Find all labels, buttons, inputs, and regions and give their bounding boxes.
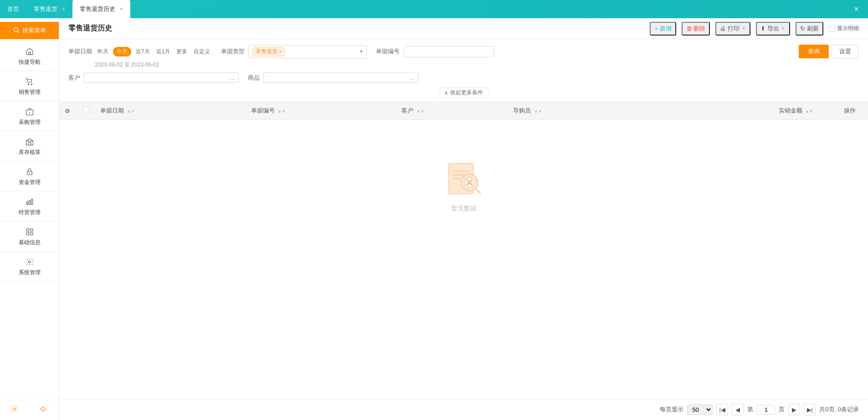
type-tag-close[interactable]: × xyxy=(279,49,282,54)
per-page-select[interactable]: 50 10 20 100 xyxy=(687,405,713,415)
settings-icon xyxy=(25,257,35,267)
svg-rect-7 xyxy=(26,141,33,145)
select-all-checkbox[interactable] xyxy=(83,107,89,113)
cart-icon xyxy=(25,77,35,87)
svg-point-4 xyxy=(31,84,32,85)
delete-button[interactable]: 🗑 删除 xyxy=(682,22,710,36)
tab-retail-return-history[interactable]: 零售退货历史 × xyxy=(72,0,130,18)
filter-settings-button[interactable]: 设置 xyxy=(832,45,859,58)
empty-state-text: 暂无数据 xyxy=(451,205,477,213)
main-layout: 搜索菜单 快捷导航 销售管理 采购管理 库存核算 xyxy=(0,18,868,420)
svg-rect-15 xyxy=(30,229,32,231)
sidebar-settings-button[interactable] xyxy=(10,405,19,415)
shortcut-1month[interactable]: 近1月 xyxy=(154,47,172,56)
print-button[interactable]: 🖨 打印 ▼ xyxy=(715,22,750,36)
refresh-button[interactable]: ↻ 刷新 xyxy=(796,22,823,36)
page-number-input[interactable] xyxy=(757,405,775,415)
data-table: ⚙ 单据日期 ▲▼ 单据编号 ▲▼ xyxy=(59,102,868,120)
type-select[interactable]: 零售退货 × ▾ xyxy=(248,45,367,58)
col-date-sort-icon[interactable]: ▲▼ xyxy=(127,109,135,113)
collapse-button[interactable]: ∧ 收起更多条件 xyxy=(438,87,489,98)
svg-line-28 xyxy=(476,190,480,193)
sidebar-label-purchase-mgmt: 采购管理 xyxy=(19,118,41,126)
shortcut-7days[interactable]: 近7天 xyxy=(134,47,152,56)
print-icon: 🖨 xyxy=(720,25,726,32)
goods-filter-label: 商品 xyxy=(248,74,260,82)
col-date: 单据日期 ▲▼ xyxy=(95,102,246,120)
shortcut-today[interactable]: 今天 xyxy=(113,47,131,56)
sidebar-item-inventory[interactable]: 库存核算 xyxy=(0,131,59,161)
export-button[interactable]: ⬆ 导出 ▼ xyxy=(756,22,790,36)
date-filter-label: 单据日期 xyxy=(68,47,92,56)
svg-rect-11 xyxy=(26,202,28,205)
window-close-button[interactable]: × xyxy=(850,3,863,16)
last-page-button[interactable]: ▶| xyxy=(804,404,816,415)
type-tag-label: 零售退货 xyxy=(256,48,277,56)
svg-rect-14 xyxy=(26,229,29,231)
sidebar-item-purchase-mgmt[interactable]: 采购管理 xyxy=(0,101,59,131)
number-filter-input[interactable] xyxy=(403,46,494,57)
tab-bar: 首页 零售退货 × 零售退货历史 × xyxy=(0,0,850,18)
box-icon xyxy=(25,107,35,117)
query-actions: 查询 设置 xyxy=(799,45,859,58)
col-amount-sort-icon[interactable]: ▲▼ xyxy=(805,109,813,113)
sidebar-audio-button[interactable] xyxy=(40,405,48,415)
warehouse-icon xyxy=(25,137,35,147)
collapse-label: 收起更多条件 xyxy=(450,89,483,97)
sidebar-label-operations: 经营管理 xyxy=(19,209,41,216)
empty-state: 暂无数据 xyxy=(59,120,868,249)
query-button[interactable]: 查询 xyxy=(799,45,829,58)
col-number-sort-icon[interactable]: ▲▼ xyxy=(277,109,286,113)
type-tag: 零售退货 × xyxy=(252,47,285,56)
svg-rect-17 xyxy=(30,233,32,235)
grid-icon xyxy=(25,227,35,237)
goods-ellipsis-icon[interactable]: ... xyxy=(409,74,414,81)
new-button[interactable]: + 新增 xyxy=(650,22,676,36)
col-guide: 导购员 ▲▼ xyxy=(508,102,639,120)
col-guide-sort-icon[interactable]: ▲▼ xyxy=(534,109,542,113)
sidebar-item-sales-mgmt[interactable]: 销售管理 xyxy=(0,71,59,101)
tab-home[interactable]: 首页 xyxy=(0,0,26,18)
total-label: 共0页, 0条记录 xyxy=(819,405,859,414)
type-filter-label: 单据类型 xyxy=(221,47,245,56)
export-chevron-icon: ▼ xyxy=(781,26,786,31)
sidebar-item-basic-info[interactable]: 基础信息 xyxy=(0,221,59,251)
svg-rect-13 xyxy=(31,199,32,205)
refresh-icon: ↻ xyxy=(800,25,805,32)
next-page-button[interactable]: ▶ xyxy=(788,404,800,415)
sidebar-label-system-mgmt: 系统管理 xyxy=(19,269,41,277)
col-customer-sort-icon[interactable]: ▲▼ xyxy=(416,109,425,113)
filter-area: 单据日期 昨天 今天 近7天 近1月 更多 自定义 单据类型 xyxy=(59,39,868,102)
pagination-bar: 每页显示 50 10 20 100 |◀ ◀ 第 页 ▶ ▶| 共0页, 0条记… xyxy=(59,399,868,420)
tab-retail-return[interactable]: 零售退货 × xyxy=(26,0,72,18)
svg-rect-12 xyxy=(29,200,30,205)
col-settings-icon[interactable]: ⚙ xyxy=(65,108,70,114)
shortcut-more[interactable]: 更多 xyxy=(175,47,189,56)
table-area: ⚙ 单据日期 ▲▼ 单据编号 ▲▼ xyxy=(59,102,868,399)
customer-ellipsis-icon[interactable]: ... xyxy=(230,74,235,81)
tab-retail-return-history-close[interactable]: × xyxy=(120,6,123,12)
sidebar-item-system-mgmt[interactable]: 系统管理 xyxy=(0,251,59,282)
prev-page-button[interactable]: ◀ xyxy=(732,404,744,415)
svg-rect-16 xyxy=(26,233,29,235)
first-page-button[interactable]: |◀ xyxy=(716,404,728,415)
sidebar-search[interactable]: 搜索菜单 xyxy=(0,22,59,39)
date-shortcuts: 昨天 今天 近7天 近1月 更多 自定义 xyxy=(96,47,212,56)
sidebar-search-label: 搜索菜单 xyxy=(22,26,46,35)
shortcut-custom[interactable]: 自定义 xyxy=(192,47,212,56)
sidebar-item-operations[interactable]: 经营管理 xyxy=(0,191,59,221)
show-detail-checkbox[interactable] xyxy=(829,26,835,32)
number-filter: 单据编号 xyxy=(376,46,494,57)
shortcut-yesterday[interactable]: 昨天 xyxy=(96,47,110,56)
date-range-text: 2023-06-02 至 2023-06-02 xyxy=(95,61,159,68)
sidebar-item-finance[interactable]: 资金管理 xyxy=(0,161,59,191)
col-amount: 实销金额 ▲▼ xyxy=(639,102,832,120)
sidebar-item-quick-nav[interactable]: 快捷导航 xyxy=(0,41,59,71)
tab-retail-return-label: 零售退货 xyxy=(34,5,57,13)
customer-filter-input[interactable]: ... xyxy=(84,72,239,83)
tab-retail-return-close[interactable]: × xyxy=(62,6,65,12)
home-icon xyxy=(25,46,35,56)
goods-filter-input[interactable]: ... xyxy=(263,72,418,83)
sidebar-label-finance: 资金管理 xyxy=(19,179,41,186)
lock-icon xyxy=(25,167,35,177)
